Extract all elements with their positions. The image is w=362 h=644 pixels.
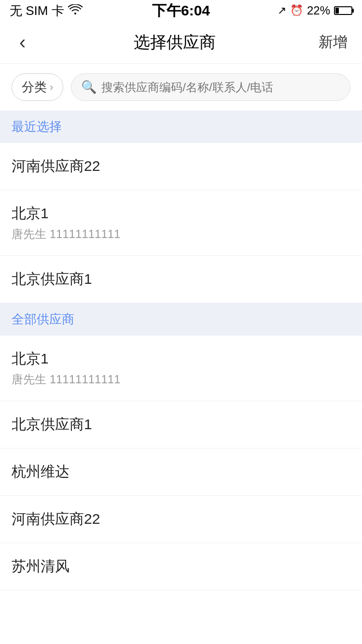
nav-bar: ‹ 选择供应商 新增	[0, 21, 362, 64]
list-item[interactable]: 北京1唐先生 11111111111	[0, 190, 362, 256]
back-button[interactable]: ‹	[14, 27, 30, 58]
item-name: 河南供应商22	[12, 509, 350, 529]
recent-section-title: 最近选择	[12, 119, 62, 134]
search-icon: 🔍	[81, 80, 97, 95]
all-section-title: 全部供应商	[12, 312, 74, 326]
search-input[interactable]	[101, 81, 340, 94]
wifi-icon	[68, 3, 83, 18]
recent-list: 河南供应商22北京1唐先生 11111111111北京供应商1	[0, 143, 362, 303]
battery-icon	[334, 6, 352, 15]
item-name: 北京供应商1	[12, 269, 350, 289]
all-section-header: 全部供应商	[0, 303, 362, 336]
alarm-icon: ⏰	[290, 4, 303, 17]
time-display: 下午6:04	[152, 1, 210, 21]
item-sub: 唐先生 11111111111	[12, 226, 350, 242]
list-item[interactable]: 北京1唐先生 11111111111	[0, 336, 362, 401]
add-button[interactable]: 新增	[319, 32, 348, 52]
recent-section-header: 最近选择	[0, 111, 362, 143]
item-name: 北京1	[12, 204, 350, 224]
item-name: 杭州维达	[12, 462, 350, 482]
list-item[interactable]: 河南供应商22	[0, 496, 362, 543]
all-list: 北京1唐先生 11111111111北京供应商1杭州维达河南供应商22苏州清风	[0, 336, 362, 590]
list-item[interactable]: 北京供应商1	[0, 256, 362, 303]
list-item[interactable]: 苏州清风	[0, 543, 362, 590]
category-label: 分类	[22, 79, 47, 96]
status-bar: 无 SIM 卡 下午6:04 ↗ ⏰ 22%	[0, 0, 362, 21]
item-name: 河南供应商22	[12, 156, 350, 176]
item-name: 北京供应商1	[12, 415, 350, 434]
item-name: 北京1	[12, 349, 350, 369]
item-sub: 唐先生 11111111111	[12, 372, 350, 387]
page-title: 选择供应商	[134, 31, 216, 54]
category-button[interactable]: 分类 ›	[12, 73, 63, 101]
item-name: 苏州清风	[12, 557, 350, 576]
status-right: ↗ ⏰ 22%	[278, 4, 352, 17]
location-icon: ↗	[278, 4, 286, 17]
carrier-text: 无 SIM 卡	[10, 2, 64, 19]
search-box[interactable]: 🔍	[71, 73, 350, 101]
carrier-info: 无 SIM 卡	[10, 2, 83, 19]
battery-percent: 22%	[307, 4, 330, 17]
chevron-right-icon: ›	[50, 81, 53, 94]
filter-bar: 分类 › 🔍	[0, 64, 362, 111]
list-item[interactable]: 河南供应商22	[0, 143, 362, 190]
list-item[interactable]: 杭州维达	[0, 448, 362, 496]
list-item[interactable]: 北京供应商1	[0, 401, 362, 448]
